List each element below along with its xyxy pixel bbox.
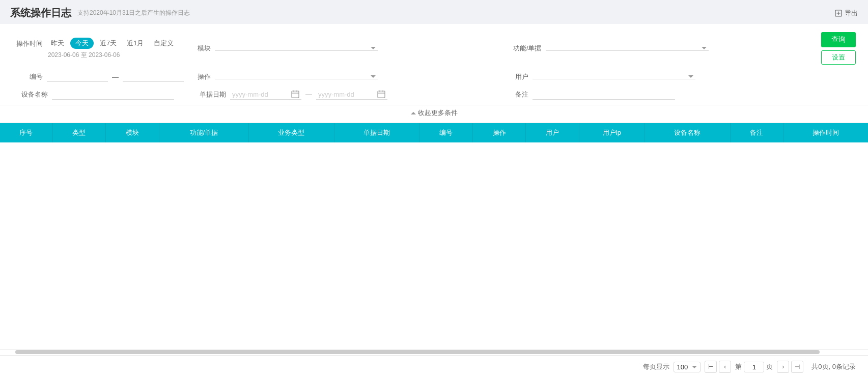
prev-page-button[interactable]: ‹: [719, 361, 731, 373]
device-label: 设备名称: [12, 90, 48, 99]
code-from-input[interactable]: [47, 72, 108, 82]
remark-label: 备注: [498, 90, 528, 99]
collapse-label: 收起更多条件: [418, 108, 458, 118]
doc-date-from-placeholder: yyyy-mm-dd: [232, 91, 291, 98]
total-info: 共0页, 0条记录: [811, 362, 856, 371]
chevron-up-icon: [411, 112, 416, 114]
page-label: 第: [735, 362, 742, 371]
data-table: 序号 类型 模块 功能/单据 业务类型 单据日期 编号 操作 用户 用户ip 设…: [0, 123, 868, 142]
first-page-button[interactable]: ⊢: [705, 361, 717, 373]
operation-select[interactable]: [215, 74, 378, 79]
col-module: 模块: [106, 123, 159, 142]
col-doc-date: 单据日期: [334, 123, 419, 142]
col-user: 用户: [526, 123, 579, 142]
col-operation: 操作: [472, 123, 525, 142]
code-range-sep: —: [112, 73, 119, 81]
col-seq: 序号: [0, 123, 52, 142]
module-chevron-icon: [371, 47, 376, 49]
doc-date-to-wrap: yyyy-mm-dd: [316, 89, 387, 100]
operation-label: 操作: [195, 72, 211, 81]
col-code: 编号: [419, 123, 472, 142]
settings-button[interactable]: 设置: [821, 50, 856, 65]
page-size-select[interactable]: 100: [674, 362, 701, 372]
function-chevron-icon: [702, 47, 707, 49]
time-custom[interactable]: 自定义: [150, 38, 178, 49]
calendar-to-icon[interactable]: [377, 90, 385, 98]
doc-date-label: 单据日期: [195, 90, 226, 99]
user-chevron-icon: [688, 75, 693, 78]
scroll-thumb[interactable]: [15, 350, 820, 354]
time-label: 操作时间: [12, 38, 43, 48]
pagination-nav: ⊢ ‹: [705, 361, 731, 373]
export-label: 导出: [845, 9, 858, 18]
page-title: 系统操作日志: [10, 6, 71, 20]
module-select[interactable]: [215, 46, 378, 51]
pagination-nav-next: › ⊣: [777, 361, 803, 373]
time-filter-group: 昨天 今天 近7天 近1月 自定义 2023-06-06 至 2023-06-0…: [47, 38, 178, 60]
col-type: 类型: [52, 123, 105, 142]
page-input-wrap: 第 页: [735, 362, 773, 372]
scroll-area[interactable]: [0, 349, 868, 355]
filter-panel: 操作时间 昨天 今天 近7天 近1月 自定义 2023-06-06 至 2023…: [0, 24, 868, 105]
page-subtitle: 支持2020年10月31日之后产生的操作日志: [77, 9, 190, 17]
doc-date-to-placeholder: yyyy-mm-dd: [318, 91, 377, 98]
table-container: 序号 类型 模块 功能/单据 业务类型 单据日期 编号 操作 用户 用户ip 设…: [0, 123, 868, 349]
user-select[interactable]: [533, 74, 695, 79]
function-label: 功能/单据: [511, 44, 542, 53]
user-label: 用户: [498, 72, 528, 81]
export-button[interactable]: 导出: [834, 9, 858, 18]
calendar-from-icon[interactable]: [291, 90, 299, 98]
svg-rect-2: [378, 91, 385, 98]
col-user-ip: 用户ip: [579, 123, 645, 142]
page-size-chevron-icon: [692, 366, 697, 368]
doc-date-sep: —: [305, 91, 312, 98]
last-page-button[interactable]: ⊣: [791, 361, 803, 373]
svg-rect-1: [292, 91, 299, 98]
function-select[interactable]: [546, 46, 709, 51]
code-label: 编号: [12, 72, 43, 81]
time-1month[interactable]: 近1月: [123, 38, 148, 49]
page-number-input[interactable]: [744, 362, 764, 372]
page-end-label: 页: [766, 362, 773, 371]
device-input[interactable]: [52, 90, 174, 100]
col-biz-type: 业务类型: [249, 123, 334, 142]
col-function: 功能/单据: [159, 123, 248, 142]
time-today[interactable]: 今天: [70, 38, 94, 49]
code-to-input[interactable]: [123, 72, 184, 82]
doc-date-from-wrap: yyyy-mm-dd: [230, 89, 301, 100]
time-7days[interactable]: 近7天: [96, 38, 121, 49]
col-op-time: 操作时间: [783, 123, 868, 142]
col-remark: 备注: [730, 123, 783, 142]
time-range-text: 2023-06-06 至 2023-06-06: [47, 51, 178, 60]
col-device: 设备名称: [645, 123, 730, 142]
operation-chevron-icon: [371, 75, 376, 78]
collapse-button[interactable]: 收起更多条件: [411, 108, 458, 118]
export-icon: [834, 9, 843, 17]
table-header-row: 序号 类型 模块 功能/单据 业务类型 单据日期 编号 操作 用户 用户ip 设…: [0, 123, 868, 142]
empty-area: [0, 142, 868, 315]
remark-input[interactable]: [533, 90, 675, 100]
pagination-bar: 每页显示 100 ⊢ ‹ 第 页 › ⊣ 共0页, 0条记录: [0, 355, 868, 378]
module-label: 模块: [195, 44, 211, 53]
query-button[interactable]: 查询: [821, 32, 856, 47]
page-size-value: 100: [677, 363, 688, 371]
time-yesterday[interactable]: 昨天: [47, 38, 68, 49]
collapse-bar: 收起更多条件: [0, 105, 868, 123]
per-page-label: 每页显示: [643, 362, 669, 371]
next-page-button[interactable]: ›: [777, 361, 789, 373]
